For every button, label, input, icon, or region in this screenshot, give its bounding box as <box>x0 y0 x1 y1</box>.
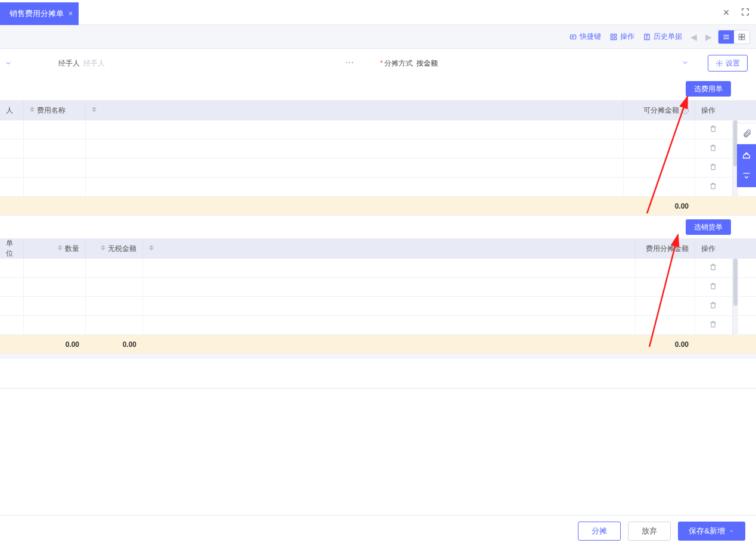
select-expense-bill-button[interactable]: 选费用单 <box>686 81 731 97</box>
delete-icon[interactable] <box>709 320 717 330</box>
attachment-button[interactable] <box>737 123 756 144</box>
table-row[interactable] <box>0 278 756 297</box>
table-row[interactable] <box>0 316 756 335</box>
actions-label: 操作 <box>620 32 634 42</box>
view-list-button[interactable] <box>718 30 734 44</box>
expand-up-button[interactable] <box>737 144 756 166</box>
svg-rect-1 <box>611 34 613 36</box>
select-sales-order-button[interactable]: 选销货单 <box>686 219 731 235</box>
col-expense-name[interactable]: 费用名称 <box>24 100 86 120</box>
prev-record-button[interactable]: ◀ <box>688 32 699 42</box>
delete-icon[interactable] <box>709 163 717 173</box>
svg-rect-4 <box>614 38 617 39</box>
total-alloc: 0.00 <box>642 340 689 349</box>
next-record-button[interactable]: ▶ <box>703 32 714 42</box>
svg-rect-3 <box>611 38 613 39</box>
table-row[interactable] <box>0 159 756 178</box>
view-card-button[interactable] <box>734 30 749 44</box>
tab-title: 销售费用分摊单 <box>10 8 64 19</box>
fullscreen-icon[interactable] <box>741 7 750 18</box>
svg-point-10 <box>718 62 720 64</box>
allocate-button[interactable]: 分摊 <box>578 522 621 541</box>
col-allocatable-amount[interactable]: 可分摊金额? <box>624 100 695 120</box>
save-new-label: 保存&新增 <box>689 526 725 536</box>
table-total-row: 0.00 <box>0 197 756 216</box>
col-quantity[interactable]: 数量 <box>24 238 86 259</box>
col-blank[interactable] <box>86 100 624 120</box>
close-icon[interactable]: × <box>69 10 73 18</box>
col-alloc-amount[interactable]: 费用分摊金额 <box>636 238 695 259</box>
sort-icon[interactable] <box>30 107 35 114</box>
svg-rect-2 <box>614 34 617 36</box>
table-row[interactable] <box>0 259 756 278</box>
history-link[interactable]: 历史单据 <box>640 32 685 42</box>
table-total-row: 0.00 0.00 0.00 <box>0 335 756 354</box>
table-row[interactable] <box>0 178 756 197</box>
sort-icon[interactable] <box>58 245 63 252</box>
svg-rect-9 <box>742 37 745 39</box>
info-icon[interactable]: ? <box>682 107 689 114</box>
settings-label: 设置 <box>726 58 740 69</box>
tab-sales-expense-allocation[interactable]: 销售费用分摊单 × <box>0 2 79 25</box>
actions-link[interactable]: 操作 <box>607 32 637 42</box>
method-label: *分摊方式 <box>380 58 413 69</box>
col-operations: 操作 <box>695 238 731 259</box>
svg-rect-7 <box>742 34 745 36</box>
total-notax: 0.00 <box>92 340 136 349</box>
sales-table-header: 单位 数量 无税金额 费用分摊金额 操作 <box>0 238 756 259</box>
sort-icon[interactable] <box>92 107 97 114</box>
delete-icon[interactable] <box>709 301 717 311</box>
svg-rect-6 <box>739 34 741 36</box>
sort-icon[interactable] <box>101 245 105 252</box>
delete-icon[interactable] <box>709 263 717 273</box>
table-row[interactable] <box>0 139 756 159</box>
method-value[interactable]: 按金额 <box>416 58 438 69</box>
col-unit[interactable]: 单位 <box>0 238 24 259</box>
chevron-down-icon[interactable] <box>0 60 17 67</box>
discard-button[interactable]: 放弃 <box>628 522 671 541</box>
chevron-down-icon[interactable] <box>682 59 696 68</box>
more-icon[interactable]: ⋯ <box>346 58 354 67</box>
history-label: 历史单据 <box>654 32 682 42</box>
handler-input[interactable] <box>83 57 356 70</box>
settings-button[interactable]: 设置 <box>708 55 748 72</box>
table-row[interactable] <box>0 120 756 139</box>
delete-icon[interactable] <box>709 282 717 292</box>
delete-icon[interactable] <box>709 144 717 154</box>
shortcut-label: 快捷键 <box>580 32 601 42</box>
col-person[interactable]: 人 <box>0 100 24 120</box>
delete-icon[interactable] <box>709 182 717 192</box>
col-notax-amount[interactable]: 无税金额 <box>86 238 143 259</box>
save-and-new-button[interactable]: 保存&新增 <box>678 522 745 541</box>
expense-table-header: 人 费用名称 可分摊金额? 操作 <box>0 100 756 120</box>
svg-rect-8 <box>739 37 741 39</box>
expand-down-button[interactable] <box>737 166 756 187</box>
col-operations: 操作 <box>695 100 731 120</box>
table-row[interactable] <box>0 297 756 316</box>
handler-label: 经手人 <box>58 58 80 69</box>
svg-rect-0 <box>570 35 575 39</box>
sort-icon[interactable] <box>149 245 154 252</box>
close-panel-button[interactable]: × <box>720 7 732 19</box>
total-qty: 0.00 <box>30 340 79 349</box>
total-allocatable: 0.00 <box>630 202 689 210</box>
delete-icon[interactable] <box>709 125 717 135</box>
scrollbar-thumb[interactable] <box>733 259 738 306</box>
shortcut-link[interactable]: 快捷键 <box>567 32 603 42</box>
col-blank2[interactable] <box>143 238 636 259</box>
